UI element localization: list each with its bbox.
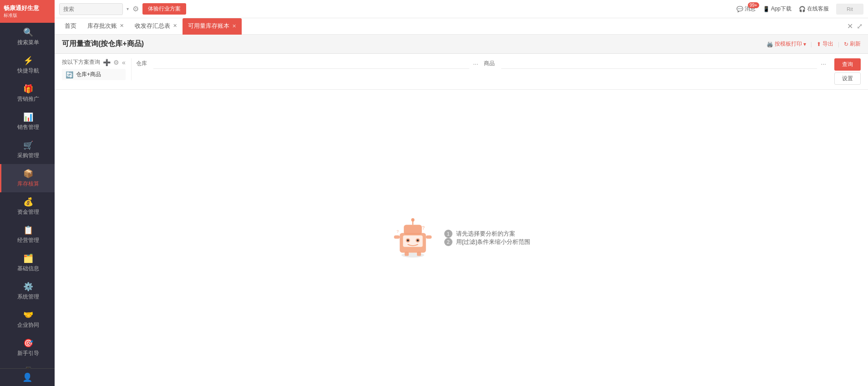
svg-rect-13 — [405, 252, 409, 256]
sidebar-icon-marketing-promo: 🎁 — [23, 84, 33, 94]
goods-field: 商品 ··· — [484, 58, 826, 69]
phone-icon: 📱 — [763, 6, 770, 12]
online-service-label: 在线客服 — [807, 5, 829, 13]
export-label: 导出 — [822, 40, 833, 48]
goods-input[interactable] — [501, 58, 817, 69]
sidebar-item-marketing-promo[interactable]: 🎁 营销推广 — [0, 79, 55, 108]
tip-number-2: 2 — [444, 238, 452, 246]
message-icon: 💬 — [736, 6, 743, 12]
tab-home[interactable]: 首页 — [59, 18, 82, 35]
app-download-link[interactable]: 📱 App下载 — [763, 5, 792, 13]
scheme-label: 仓库+商品 — [76, 71, 101, 78]
svg-text:?: ? — [422, 225, 425, 231]
topbar-right: 💬 消息 99+ 📱 App下载 🎧 在线客服 Rit — [736, 4, 863, 15]
svg-point-7 — [416, 239, 419, 242]
print-template-button[interactable]: 🖨️ 按模板打印 ▾ — [766, 40, 806, 48]
goods-label: 商品 — [484, 60, 497, 67]
tabs-bar: 首页库存批次账✕收发存汇总表✕可用量库存账本✕ ✕ ⤢ — [55, 18, 868, 35]
collapse-button[interactable]: « — [122, 59, 126, 66]
settings-button[interactable]: 设置 — [834, 72, 861, 85]
sidebar-item-enterprise[interactable]: 🤝 企业协同 — [0, 305, 55, 334]
sidebar-label-finance: 资金管理 — [17, 208, 39, 216]
tab-close-collect-account[interactable]: ✕ — [173, 23, 177, 29]
print-chevron-icon[interactable]: ▾ — [803, 41, 806, 47]
svg-rect-8 — [404, 225, 422, 235]
sidebar-item-sales[interactable]: 📊 销售管理 — [0, 108, 55, 136]
query-button[interactable]: 查询 — [834, 58, 861, 71]
sidebar-item-finance[interactable]: 💰 资金管理 — [0, 192, 55, 221]
divider-2: | — [838, 41, 839, 47]
close-tab-button[interactable]: ✕ — [846, 21, 854, 31]
divider-1: | — [811, 41, 812, 47]
sidebar-label-shortcut: 快捷导航 — [17, 67, 39, 75]
page-header: 可用量查询(按仓库+商品) 🖨️ 按模板打印 ▾ | ⬆ 导出 | ↻ 刷新 — [55, 35, 868, 54]
svg-rect-3 — [403, 236, 422, 247]
robot-svg: ? ? — [392, 217, 433, 258]
filter-section-label: 按以下方案查询 ➕ ⚙ « — [62, 58, 126, 66]
sidebar-icon-enterprise: 🤝 — [23, 310, 33, 320]
page-title: 可用量查询(按仓库+商品) — [62, 39, 144, 49]
goods-more-icon[interactable]: ··· — [821, 60, 826, 67]
sidebar-icon-system: ⚙️ — [23, 282, 33, 292]
svg-point-6 — [407, 239, 409, 242]
topbar-search-box[interactable] — [59, 3, 123, 15]
tab-available-account[interactable]: 可用量库存账本✕ — [183, 18, 242, 35]
scheme-icon: 🔄 — [66, 71, 73, 78]
warehouse-more-icon[interactable]: ··· — [473, 60, 478, 67]
sidebar-label-purchase: 采购管理 — [17, 152, 39, 160]
tab-close-batch-account[interactable]: ✕ — [120, 23, 124, 29]
refresh-label: 刷新 — [850, 40, 861, 48]
sidebar-item-shortcut[interactable]: ⚡ 快捷导航 — [0, 51, 55, 79]
sidebar-item-inventory[interactable]: 📦 库存核算 — [0, 164, 55, 192]
export-button[interactable]: ⬆ 导出 — [817, 40, 833, 48]
topbar: ▾ ⚙ 体验行业方案 💬 消息 99+ 📱 App下载 🎧 在线客服 Rit — [55, 0, 868, 18]
sidebar-label-guide: 新手引导 — [17, 350, 39, 357]
tip-number-1: 1 — [444, 230, 452, 238]
sidebar-label-search: 搜索菜单 — [17, 39, 39, 46]
sidebar-item-basic[interactable]: 🗂️ 基础信息 — [0, 249, 55, 277]
sidebar-item-app-center[interactable]: 📱 应用中心 — [0, 362, 55, 368]
scheme-item-warehouse-goods[interactable]: 🔄 仓库+商品 — [62, 69, 126, 80]
industry-button[interactable]: 体验行业方案 — [142, 3, 186, 15]
sidebar-icon-basic: 🗂️ — [23, 253, 33, 263]
sidebar-label-system: 系统管理 — [17, 293, 39, 301]
printer-icon: 🖨️ — [766, 41, 773, 47]
svg-rect-11 — [394, 236, 400, 239]
warehouse-input[interactable] — [153, 58, 469, 69]
empty-text: 1 请先选择要分析的方案 2 用[过滤]条件来缩小分析范围 — [444, 230, 530, 246]
online-service-link[interactable]: 🎧 在线客服 — [799, 5, 829, 13]
sidebar-item-purchase[interactable]: 🛒 采购管理 — [0, 136, 55, 164]
sidebar-item-search[interactable]: 🔍 搜索菜单 — [0, 23, 55, 51]
sidebar-item-operations[interactable]: 📋 经营管理 — [0, 221, 55, 249]
gear-icon[interactable]: ⚙ — [132, 5, 139, 13]
tab-batch-account[interactable]: 库存批次账✕ — [82, 18, 129, 35]
tab-close-available-account[interactable]: ✕ — [232, 23, 236, 29]
refresh-button[interactable]: ↻ 刷新 — [844, 40, 861, 48]
tab-collect-account[interactable]: 收发存汇总表✕ — [129, 18, 183, 35]
add-scheme-button[interactable]: ➕ — [103, 59, 111, 66]
svg-rect-12 — [426, 236, 432, 239]
warehouse-field: 仓库 ··· — [136, 58, 478, 69]
empty-content: ? ? 1 请先选择要分析的方案 2 用[过滤]条件来缩小分析范围 — [392, 217, 530, 258]
sidebar-icon-search: 🔍 — [23, 27, 33, 37]
sidebar-label-basic: 基础信息 — [17, 265, 39, 273]
dropdown-icon[interactable]: ▾ — [127, 6, 129, 11]
user-avatar[interactable]: Rit — [836, 4, 863, 15]
sidebar-item-system[interactable]: ⚙️ 系统管理 — [0, 277, 55, 305]
manage-scheme-button[interactable]: ⚙ — [113, 59, 119, 66]
search-input[interactable] — [63, 6, 109, 12]
sidebar-icon-operations: 📋 — [23, 225, 33, 235]
sidebar-label-sales: 销售管理 — [17, 124, 39, 131]
tip-text-1: 请先选择要分析的方案 — [456, 230, 515, 238]
sidebar-label-enterprise: 企业协同 — [17, 321, 39, 329]
tab-label-collect-account: 收发存汇总表 — [135, 22, 170, 30]
app-header: 畅康通好生意 标准版 — [0, 0, 55, 23]
svg-text:?: ? — [396, 229, 399, 234]
tab-label-home: 首页 — [65, 22, 76, 30]
empty-state: ? ? 1 请先选择要分析的方案 2 用[过滤]条件来缩小分析范围 — [55, 90, 868, 386]
sidebar-item-guide[interactable]: 🎯 新手引导 — [0, 334, 55, 362]
sidebar-scroll: 🔍 搜索菜单 ⚡ 快捷导航 🎁 营销推广 📊 销售管理 🛒 采购管理 📦 库存核… — [0, 23, 55, 368]
expand-tab-button[interactable]: ⤢ — [856, 21, 863, 31]
headset-icon: 🎧 — [799, 6, 806, 12]
message-notification[interactable]: 💬 消息 99+ — [736, 5, 756, 13]
